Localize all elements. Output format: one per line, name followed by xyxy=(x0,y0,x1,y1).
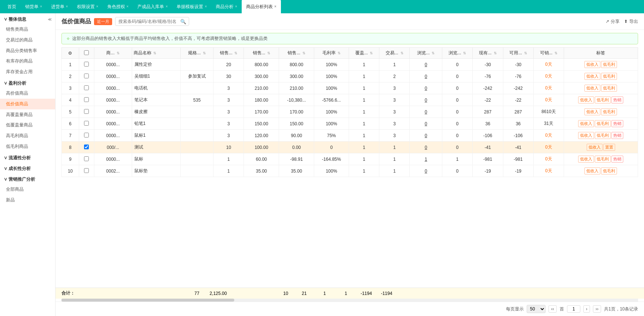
close-icon[interactable]: × xyxy=(165,0,168,13)
close-icon[interactable]: × xyxy=(127,0,129,13)
sidebar-item-stock-capital[interactable]: 库存资金占用 xyxy=(0,67,55,77)
sidebar-item-high-value[interactable]: 高价值商品 xyxy=(0,88,55,99)
nav-sales-order[interactable]: 销货单 × xyxy=(21,0,47,13)
nav-product-inbound[interactable]: 产成品入库单 × xyxy=(133,0,172,13)
row-checkbox-cell[interactable] xyxy=(79,165,94,177)
col-available[interactable]: 可用... ⇅ xyxy=(503,48,533,59)
col-code[interactable]: 商... ⇅ xyxy=(94,48,132,59)
views1-link[interactable]: 0 xyxy=(425,133,427,138)
row-checkbox[interactable] xyxy=(84,133,89,137)
col-spec[interactable]: 规格... ⇅ xyxy=(181,48,214,59)
table-row[interactable]: 3 0000... 电话机 3 210.00 210.00 100% 1 3 0… xyxy=(62,82,638,94)
col-salable[interactable]: 可销... ⇅ xyxy=(533,48,564,59)
sidebar-group-overall[interactable]: ∨ 整体信息 ≪ xyxy=(0,13,55,24)
col-sales-cost[interactable]: 销售... ⇅ xyxy=(279,48,314,59)
nav-home[interactable]: 首页 xyxy=(3,0,21,13)
sidebar-item-low-margin[interactable]: 低毛利商品 xyxy=(0,141,55,152)
row-views1[interactable]: 0 xyxy=(410,165,442,177)
row-checkbox-cell[interactable] xyxy=(79,142,94,153)
row-checkbox-cell[interactable] xyxy=(79,71,94,82)
sidebar-item-stocked-products[interactable]: 有库存的商品 xyxy=(0,56,55,67)
sidebar-item-high-coverage[interactable]: 高覆盖量商品 xyxy=(0,109,55,120)
table-row[interactable]: 8 000/... 测试 10 100.00 0.00 0 1 1 0 0 -4… xyxy=(62,142,638,153)
table-row[interactable]: 10 0002... 鼠标垫 1 35.00 35.00 100% 1 1 0 … xyxy=(62,165,638,177)
row-checkbox[interactable] xyxy=(84,145,89,149)
nav-role-auth[interactable]: 角色授权 × xyxy=(103,0,133,13)
row-views1[interactable]: 0 xyxy=(410,118,442,130)
col-tags[interactable]: 标签 xyxy=(564,48,638,59)
export-button[interactable]: ⬆ 导出 xyxy=(624,18,638,25)
views1-link[interactable]: 1 xyxy=(425,157,427,162)
views1-link[interactable]: 0 xyxy=(425,74,427,79)
row-checkbox-cell[interactable] xyxy=(79,94,94,106)
table-row[interactable]: 9 0000... 鼠标 1 60.00 -98.91 -164.85% 1 1… xyxy=(62,153,638,165)
col-sales-amt[interactable]: 销售... ⇅ xyxy=(244,48,279,59)
row-checkbox[interactable] xyxy=(84,85,89,90)
close-icon[interactable]: × xyxy=(40,0,42,13)
col-checkbox[interactable] xyxy=(79,48,94,59)
row-checkbox-cell[interactable] xyxy=(79,153,94,165)
per-page-select[interactable]: 50 100 200 xyxy=(527,305,546,313)
col-settings[interactable]: ⚙ xyxy=(62,48,79,59)
nav-product-analysis[interactable]: 商品分析 × xyxy=(211,0,242,13)
sidebar-item-category-sales-rate[interactable]: 商品分类销售率 xyxy=(0,45,55,56)
table-row[interactable]: 7 0000... 鼠标1 3 120.00 90.00 75% 1 3 0 0… xyxy=(62,130,638,142)
row-checkbox[interactable] xyxy=(84,62,89,67)
views1-link[interactable]: 0 xyxy=(425,121,427,126)
views1-link[interactable]: 0 xyxy=(425,109,427,115)
col-trans[interactable]: 交易... ⇅ xyxy=(379,48,410,59)
nav-template[interactable]: 单据模板设置 × xyxy=(172,0,211,13)
views1-link[interactable]: 0 xyxy=(425,62,427,67)
table-row[interactable]: 2 0000... 吴细细1 参加复试 30 300.00 300.00 100… xyxy=(62,71,638,82)
table-wrapper[interactable]: ⚙ 商... ⇅ 商品名称 ⇅ 规格... ⇅ 销售... ⇅ 销售... ⇅ … xyxy=(56,47,644,288)
sidebar-group-growth[interactable]: ∨ 成长性分析 xyxy=(0,163,55,173)
row-checkbox-cell[interactable] xyxy=(79,82,94,94)
sidebar-group-flow[interactable]: ∨ 流通性分析 xyxy=(0,152,55,163)
row-views1[interactable]: 0 xyxy=(410,94,442,106)
scroll-thumb[interactable] xyxy=(61,299,234,302)
sidebar-item-traded-products[interactable]: 交易过的商品 xyxy=(0,35,55,45)
sidebar-item-sales-products[interactable]: 销售类商品 xyxy=(0,24,55,35)
sidebar-group-marketing[interactable]: ∨ 营销推广分析 xyxy=(0,173,55,184)
close-icon[interactable]: × xyxy=(66,0,68,13)
nav-product-analysis-list[interactable]: 商品分析列表 × xyxy=(242,0,281,13)
row-checkbox[interactable] xyxy=(84,97,89,102)
sidebar-group-profit[interactable]: ∨ 盈利分析 xyxy=(0,77,55,88)
close-icon[interactable]: × xyxy=(205,0,207,13)
col-name[interactable]: 商品名称 ⇅ xyxy=(132,48,180,59)
nav-permission[interactable]: 权限设置 × xyxy=(73,0,103,13)
row-checkbox-cell[interactable] xyxy=(79,118,94,130)
close-icon[interactable]: × xyxy=(96,0,98,13)
row-views1[interactable]: 0 xyxy=(410,71,442,82)
col-views1[interactable]: 浏览... ⇅ xyxy=(410,48,442,59)
close-icon[interactable]: × xyxy=(235,0,237,13)
table-row[interactable]: 1 0000... 属性定价 20 800.00 800.00 100% 1 1… xyxy=(62,59,638,71)
last-page-button[interactable]: ›› xyxy=(593,305,601,313)
select-all-checkbox[interactable] xyxy=(84,50,89,55)
horizontal-scrollbar[interactable] xyxy=(61,299,638,302)
row-checkbox-cell[interactable] xyxy=(79,130,94,142)
nav-purchase-order[interactable]: 进货单 × xyxy=(47,0,73,13)
collapse-icon[interactable]: ≪ xyxy=(48,17,51,21)
next-page-button[interactable]: › xyxy=(583,305,590,313)
row-views1[interactable]: 0 xyxy=(410,130,442,142)
table-row[interactable]: 6 0000... 铅笔1 3 150.00 150.00 100% 1 3 0… xyxy=(62,118,638,130)
sidebar-item-all-products[interactable]: 全部商品 xyxy=(0,184,55,195)
row-checkbox[interactable] xyxy=(84,109,89,114)
views1-link[interactable]: 0 xyxy=(425,169,427,174)
col-stock[interactable]: 现有... ⇅ xyxy=(473,48,503,59)
row-views1[interactable]: 0 xyxy=(410,59,442,71)
table-row[interactable]: 5 0000... 橡皮擦 3 170.00 170.00 100% 1 3 0… xyxy=(62,106,638,118)
share-button[interactable]: ↗ 分享 xyxy=(606,18,620,25)
sidebar-item-low-coverage[interactable]: 低覆盖量商品 xyxy=(0,120,55,130)
filter-tag-button[interactable]: 近一月 xyxy=(94,18,112,25)
first-page-button[interactable]: ‹‹ xyxy=(549,305,557,313)
sidebar-item-new-products[interactable]: 新品 xyxy=(0,195,55,205)
row-checkbox[interactable] xyxy=(84,156,89,161)
col-sales-qty[interactable]: 销售... ⇅ xyxy=(214,48,244,59)
col-margin[interactable]: 毛利率 ⇅ xyxy=(314,48,349,59)
row-views1[interactable]: 0 xyxy=(410,142,442,153)
sidebar-item-high-margin[interactable]: 高毛利商品 xyxy=(0,130,55,141)
col-coverage[interactable]: 覆盖... ⇅ xyxy=(349,48,379,59)
row-checkbox[interactable] xyxy=(84,168,89,173)
